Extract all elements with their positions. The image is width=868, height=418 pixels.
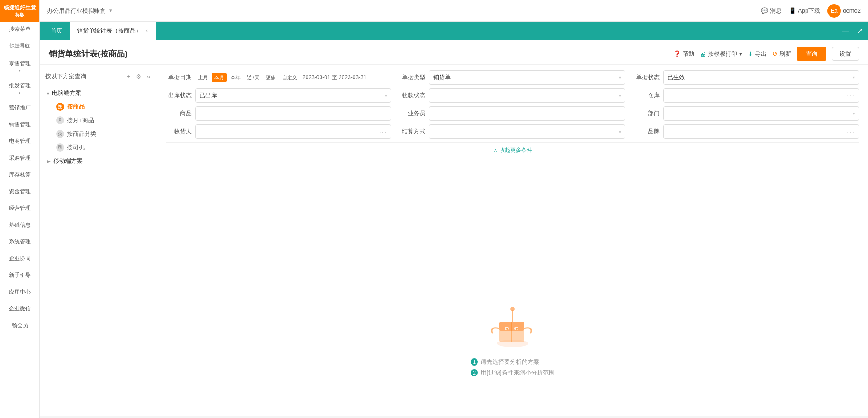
tab-active[interactable]: 销货单统计表（按商品） × [70,22,156,40]
finance-label: 资金管理 [9,188,31,195]
settings-button[interactable]: 设置 [832,47,859,61]
message-action[interactable]: 💬 消息 [761,7,782,15]
doctype-value: 销货单 [433,73,451,81]
header-actions: ❓ 帮助 🖨 按模板打印 ▾ ⬇ 导出 ↺ 刷新 [673,47,859,61]
appdownload-action[interactable]: 📱 App下载 [789,7,820,15]
filter-docstatus: 单据状态 已生效 ▾ [634,70,859,85]
tree-item-by-driver[interactable]: 司 按司机 [45,141,157,154]
sidebar-item-basic[interactable]: 基础信息 [0,217,39,233]
svg-point-7 [516,328,518,330]
tree-arrow-pc: ▾ [47,91,49,96]
docstatus-chevron: ▾ [853,75,855,80]
tree-group-pc-label: 电脑端方案 [52,89,81,97]
tab-close-icon[interactable]: × [144,27,149,34]
warehouse-out-select[interactable]: 已出库 ▾ [195,88,391,103]
salesperson-label: 业务员 [400,109,425,118]
tab-minimize-icon[interactable]: — [840,25,851,37]
sidebar-item-inventory[interactable]: 库存核算 [0,166,39,183]
settle-label: 结算方式 [400,128,425,136]
collapse-label: ∧ 收起更多条件 [493,147,532,153]
warehouse-input[interactable]: ··· [663,88,859,103]
sidebar-item-retail[interactable]: 零售管理 ▾ [0,55,39,77]
panel-collapse-icon[interactable]: « [146,72,151,81]
date-pill-this-year[interactable]: 本年 [228,73,243,82]
main-layout: 按以下方案查询 + ⚙ « ▾ 电脑端方案 [40,65,868,416]
empty-state: 1 请先选择要分析的方案 2 用[过滤]条件来缩小分析范围 [157,267,868,416]
marketing-label: 营销推广 [9,104,31,112]
sidebar-item-system[interactable]: 系统管理 [0,233,39,250]
receiver-label: 收货人 [166,128,192,136]
tip-num-1: 1 [471,358,478,366]
print-action[interactable]: 🖨 按模板打印 ▾ [700,50,742,58]
warehouse-out-label: 出库状态 [166,91,192,100]
doctype-chevron: ▾ [619,75,621,80]
content-area: 销货单统计表(按商品) ❓ 帮助 🖨 按模板打印 ▾ ⬇ 导出 [40,40,868,418]
sidebar-item-ops[interactable]: 经营管理 [0,200,39,217]
sidebar-item-member[interactable]: 畅会员 [0,317,39,334]
filter-row-3: 商品 ··· 业务员 ··· [166,106,859,121]
empty-tip-2: 2 用[过滤]条件来缩小分析范围 [471,369,554,377]
salesperson-input[interactable]: ··· [429,106,625,121]
date-pills: 上月 本月 本年 近7天 更多 自定义 [195,73,300,82]
tab-maximize-icon[interactable]: ⤢ [855,25,864,37]
query-button[interactable]: 查询 [797,47,826,61]
help-action[interactable]: ❓ 帮助 [673,50,694,58]
sidebar-item-marketing[interactable]: 营销推广 [0,100,39,116]
app-logo: 畅捷通好生意 标版 [0,0,39,22]
page-content: 销货单统计表(按商品) ❓ 帮助 🖨 按模板打印 ▾ ⬇ 导出 [40,40,868,416]
sidebar-item-wholesale[interactable]: 批发管理 ▴ [0,77,39,100]
sidebar-item-wechat[interactable]: 企业微信 [0,300,39,317]
date-pill-custom[interactable]: 自定义 [279,73,300,82]
svg-point-6 [506,328,508,330]
brand-input[interactable]: ··· [663,124,859,139]
panel-add-icon[interactable]: + [126,72,131,81]
search-menu[interactable]: 搜索菜单 [0,22,39,37]
receiver-input[interactable]: ··· [195,124,391,139]
sidebar-item-ecommerce[interactable]: 电商管理 [0,133,39,150]
tree-item-by-category[interactable]: 类 按商品分类 [45,127,157,141]
sidebar-item-appcenter[interactable]: 应用中心 [0,284,39,300]
collect-select[interactable]: ▾ [429,88,625,103]
print-dropdown-icon[interactable]: ▾ [739,51,742,57]
tree-item-icon-month: 月 [56,116,64,124]
goods-input[interactable]: ··· [195,106,391,121]
refresh-action[interactable]: ↺ 刷新 [772,50,791,58]
filter-content-area: 单据日期 上月 本月 本年 近7天 更多 自定义 [157,65,868,416]
sidebar-item-sales[interactable]: 销售管理 [0,116,39,133]
industry-dropdown[interactable]: ▾ [109,8,112,14]
filter-date: 单据日期 上月 本月 本年 近7天 更多 自定义 [166,70,391,85]
nav-quick[interactable]: 快捷导航 [0,40,39,52]
newbie-label: 新手引导 [9,271,31,279]
sidebar-item-newbie[interactable]: 新手引导 [0,267,39,284]
purchase-label: 采购管理 [9,154,31,162]
sidebar-item-corp[interactable]: 企业协同 [0,250,39,267]
tree-item-by-month[interactable]: 月 按月+商品 [45,114,157,127]
tree-item-icon-goods: 按 [56,103,64,111]
doctype-select[interactable]: 销货单 ▾ [429,70,625,85]
date-pill-more[interactable]: 更多 [263,73,278,82]
date-pill-last-month[interactable]: 上月 [195,73,211,82]
dept-select[interactable]: ▾ [663,106,859,121]
sales-label: 销售管理 [9,121,31,128]
panel-settings-icon[interactable]: ⚙ [135,72,142,81]
tree-group-pc-header[interactable]: ▾ 电脑端方案 [40,86,157,100]
panel-title: 按以下方案查询 [45,72,122,81]
system-label: 系统管理 [9,238,31,246]
filter-goods: 商品 ··· [166,106,391,121]
quick-nav[interactable]: 快捷导航 [0,37,39,55]
date-pill-this-month[interactable]: 本月 [212,73,227,82]
collapse-bar[interactable]: ∧ 收起更多条件 [166,142,859,158]
user-action[interactable]: Ea demo2 [827,4,861,18]
tree-item-by-goods[interactable]: 按 按商品 [45,100,157,114]
filter-dept: 部门 ▾ [634,106,859,121]
sidebar-item-purchase[interactable]: 采购管理 [0,150,39,166]
tip-text-2: 用[过滤]条件来缩小分析范围 [481,369,554,377]
date-pill-7days[interactable]: 近7天 [244,73,262,82]
export-action[interactable]: ⬇ 导出 [748,50,767,58]
docstatus-select[interactable]: 已生效 ▾ [663,70,859,85]
settle-select[interactable]: ▾ [429,124,625,139]
print-label: 按模板打印 [708,50,737,58]
tree-group-mobile-header[interactable]: ▶ 移动端方案 [40,154,157,168]
sidebar-item-finance[interactable]: 资金管理 [0,183,39,200]
tab-home[interactable]: 首页 [43,22,70,40]
